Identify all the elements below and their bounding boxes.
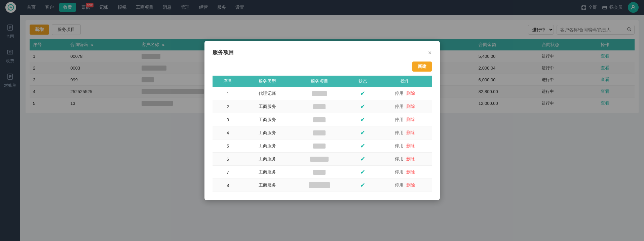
modal-cell-actions: 停用 删除 — [378, 113, 431, 126]
status-check-icon: ✔ — [360, 182, 365, 189]
modal-cell-actions: 停用 删除 — [378, 179, 431, 192]
stop-button[interactable]: 停用 — [395, 104, 404, 109]
modal-cell-service-type: 工商服务 — [243, 153, 292, 166]
delete-button[interactable]: 删除 — [406, 156, 415, 161]
modal-cell-service-type: 工商服务 — [243, 126, 292, 139]
modal-table-row: 6 工商服务 ██████ ✔ 停用 删除 — [213, 153, 432, 166]
status-check-icon: ✔ — [360, 156, 365, 162]
modal-close-button[interactable]: × — [428, 50, 432, 56]
modal-cell-seq: 8 — [213, 179, 243, 192]
modal-header: 服务项目 × — [213, 49, 432, 56]
modal-cell-service-type: 工商服务 — [243, 113, 292, 126]
modal-cell-seq: 7 — [213, 166, 243, 179]
stop-button[interactable]: 停用 — [395, 117, 404, 122]
modal-cell-status: ✔ — [347, 166, 378, 179]
modal-table-row: 4 工商服务 ████ ✔ 停用 删除 — [213, 126, 432, 139]
status-check-icon: ✔ — [360, 116, 365, 123]
modal-cell-actions: 停用 删除 — [378, 153, 431, 166]
modal-cell-service-item: ████ — [292, 139, 347, 153]
modal-overlay[interactable]: 服务项目 × 新建 序号 服务类型 服务项目 状态 操作 1 代理记账 ████ — [0, 0, 644, 241]
modal-table-row: 8 工商服务 ████注册 ✔ 停用 删除 — [213, 179, 432, 192]
modal-table-row: 7 工商服务 ████ ✔ 停用 删除 — [213, 166, 432, 179]
service-modal: 服务项目 × 新建 序号 服务类型 服务项目 状态 操作 1 代理记账 ████ — [204, 41, 440, 200]
modal-cell-service-type: 工商服务 — [243, 100, 292, 113]
modal-scroll-area[interactable]: 序号 服务类型 服务项目 状态 操作 1 代理记账 ████1 ✔ 停用 删除 … — [213, 76, 432, 192]
modal-cell-status: ✔ — [347, 179, 378, 192]
stop-button[interactable]: 停用 — [395, 91, 404, 96]
modal-cell-service-type: 工商服务 — [243, 166, 292, 179]
modal-cell-status: ✔ — [347, 113, 378, 126]
delete-button[interactable]: 删除 — [406, 117, 415, 122]
modal-cell-service-item: ████1 — [292, 87, 347, 100]
modal-cell-seq: 2 — [213, 100, 243, 113]
modal-cell-service-type: 工商服务 — [243, 139, 292, 153]
delete-button[interactable]: 删除 — [406, 104, 415, 109]
modal-cell-seq: 4 — [213, 126, 243, 139]
modal-cell-service-item: ████ — [292, 113, 347, 126]
modal-cell-service-item: ████ — [292, 166, 347, 179]
modal-cell-actions: 停用 删除 — [378, 100, 431, 113]
modal-title: 服务项目 — [213, 49, 234, 56]
status-check-icon: ✔ — [360, 169, 365, 175]
modal-cell-status: ✔ — [347, 126, 378, 139]
modal-cell-status: ✔ — [347, 139, 378, 153]
modal-cell-service-type: 工商服务 — [243, 179, 292, 192]
modal-cell-status: ✔ — [347, 87, 378, 100]
stop-button[interactable]: 停用 — [395, 169, 404, 174]
stop-button[interactable]: 停用 — [395, 156, 404, 161]
modal-table-row: 2 工商服务 ████ ✔ 停用 删除 — [213, 100, 432, 113]
modal-col-service-type: 服务类型 — [243, 76, 292, 87]
modal-table: 序号 服务类型 服务项目 状态 操作 1 代理记账 ████1 ✔ 停用 删除 … — [213, 76, 432, 192]
modal-col-seq: 序号 — [213, 76, 243, 87]
modal-table-row: 5 工商服务 ████ ✔ 停用 删除 — [213, 139, 432, 153]
modal-cell-actions: 停用 删除 — [378, 139, 431, 153]
modal-table-row: 1 代理记账 ████1 ✔ 停用 删除 — [213, 87, 432, 100]
status-check-icon: ✔ — [360, 129, 365, 136]
status-check-icon: ✔ — [360, 90, 365, 97]
delete-button[interactable]: 删除 — [406, 143, 415, 148]
modal-cell-seq: 3 — [213, 113, 243, 126]
delete-button[interactable]: 删除 — [406, 183, 415, 188]
delete-button[interactable]: 删除 — [406, 91, 415, 96]
status-check-icon: ✔ — [360, 143, 365, 149]
modal-cell-service-item: ██████ — [292, 153, 347, 166]
modal-col-service-item: 服务项目 — [292, 76, 347, 87]
modal-cell-status: ✔ — [347, 153, 378, 166]
modal-cell-service-item: ████注册 — [292, 179, 347, 192]
delete-button[interactable]: 删除 — [406, 169, 415, 174]
stop-button[interactable]: 停用 — [395, 183, 404, 188]
modal-cell-service-item: ████ — [292, 100, 347, 113]
modal-col-action: 操作 — [378, 76, 431, 87]
modal-new-button[interactable]: 新建 — [412, 62, 432, 72]
modal-cell-actions: 停用 删除 — [378, 166, 431, 179]
modal-col-status: 状态 — [347, 76, 378, 87]
modal-cell-seq: 6 — [213, 153, 243, 166]
modal-cell-service-type: 代理记账 — [243, 87, 292, 100]
modal-toolbar: 新建 — [213, 62, 432, 72]
delete-button[interactable]: 删除 — [406, 130, 415, 135]
modal-cell-service-item: ████ — [292, 126, 347, 139]
modal-cell-seq: 1 — [213, 87, 243, 100]
modal-cell-actions: 停用 删除 — [378, 126, 431, 139]
modal-cell-actions: 停用 删除 — [378, 87, 431, 100]
stop-button[interactable]: 停用 — [395, 130, 404, 135]
modal-table-row: 3 工商服务 ████ ✔ 停用 删除 — [213, 113, 432, 126]
modal-cell-seq: 5 — [213, 139, 243, 153]
status-check-icon: ✔ — [360, 103, 365, 110]
stop-button[interactable]: 停用 — [395, 143, 404, 148]
modal-cell-status: ✔ — [347, 100, 378, 113]
